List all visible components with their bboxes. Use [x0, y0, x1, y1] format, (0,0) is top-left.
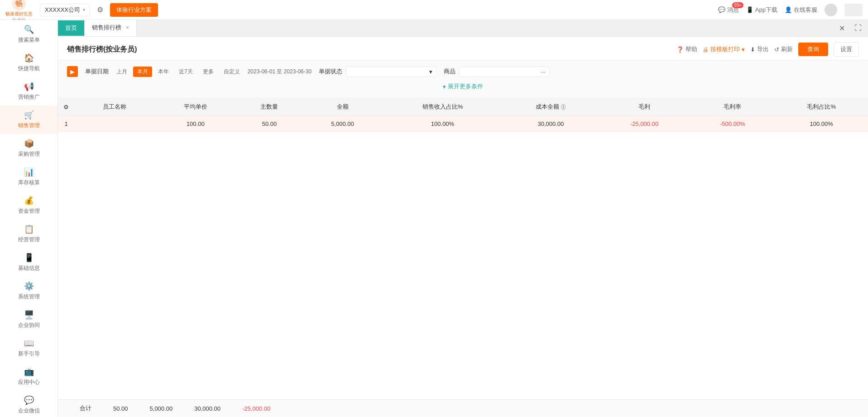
home-icon: 🏠 — [24, 53, 34, 63]
date-btn-this-year[interactable]: 本年 — [154, 67, 173, 77]
settings-button[interactable]: 设置 — [834, 42, 859, 57]
quantity-cell: 50.00 — [236, 116, 303, 132]
sidebar-item-marketing[interactable]: 📢 营销推广 — [0, 77, 58, 105]
sidebar-item-search[interactable]: 🔍 搜索菜单 — [0, 20, 58, 48]
goods-filter-label: 商品 — [444, 67, 456, 76]
appstore-icon: 📺 — [24, 367, 34, 377]
gross-margin-cell: -500.00% — [690, 116, 775, 132]
sidebar-item-wechat[interactable]: 💬 企业微信 — [0, 391, 58, 417]
close-window-icon[interactable]: ✕ — [835, 22, 848, 34]
svg-text:畅: 畅 — [15, 0, 23, 7]
sidebar-item-sales[interactable]: 🛒 销售管理 — [0, 105, 58, 134]
sidebar-item-nav[interactable]: 🏠 快捷导航 — [0, 48, 58, 77]
rank-cell: 1 — [58, 116, 74, 132]
sidebar-item-appstore[interactable]: 📺 应用中心 — [0, 362, 58, 391]
sidebar-label-operation: 经营管理 — [18, 236, 40, 244]
sidebar-item-enterprise[interactable]: 🖥️ 企业协同 — [0, 305, 58, 334]
help-button[interactable]: ❓ 帮助 — [676, 45, 697, 53]
print-label: 按模板打印 — [710, 45, 740, 53]
app-download-button[interactable]: 📱 App下载 — [746, 6, 777, 14]
tab-sales-label: 销售排行榜 — [92, 24, 121, 32]
status-select[interactable]: ▾ — [346, 67, 436, 77]
company-chevron-icon: ▾ — [83, 7, 85, 12]
goods-more-icon: ··· — [541, 68, 546, 75]
help-icon: ❓ — [676, 46, 684, 53]
wechat-icon: 💬 — [24, 395, 34, 405]
filter-expand-icon[interactable]: ▶ — [67, 66, 78, 77]
sidebar-label-system: 系统管理 — [18, 293, 40, 301]
refresh-label: 刷新 — [781, 45, 793, 53]
sidebar-item-operation[interactable]: 📋 经营管理 — [0, 220, 58, 248]
date-filter-label: 单据日期 — [85, 67, 109, 76]
sidebar-item-system[interactable]: ⚙️ 系统管理 — [0, 277, 58, 305]
system-icon: ⚙️ — [24, 281, 34, 291]
goods-input[interactable]: ··· — [459, 67, 550, 77]
tab-bar: 首页 销售排行榜 × ✕ ⛶ — [58, 20, 868, 37]
date-btn-custom[interactable]: 自定义 — [220, 67, 244, 77]
company-selector[interactable]: XXXXXX公司 ▾ — [40, 4, 90, 16]
date-range-buttons: 上月 本月 本年 近7天 更多 自定义 — [112, 67, 244, 77]
expand-conditions-button[interactable]: ▾ 展开更多条件 — [443, 81, 483, 92]
tab-close-icon[interactable]: × — [126, 24, 129, 31]
sidebar-item-purchase[interactable]: 📦 采购管理 — [0, 134, 58, 163]
expand-icon: ▾ — [443, 83, 446, 90]
table-row: 1 100.00 50.00 5,000.00 100.00% 30,000.0… — [58, 116, 868, 132]
sidebar-item-basic[interactable]: 📱 基础信息 — [0, 248, 58, 277]
sidebar-label-basic: 基础信息 — [18, 264, 40, 272]
operation-icon: 📋 — [24, 224, 34, 234]
print-chevron-icon: ▾ — [742, 46, 745, 53]
print-button[interactable]: 🖨 按模板打印 ▾ — [703, 45, 745, 53]
col-sales-ratio: 销售收入占比% — [382, 98, 503, 116]
date-btn-last-month[interactable]: 上月 — [112, 67, 131, 77]
gear-icon[interactable]: ⚙ — [94, 4, 106, 16]
refresh-button[interactable]: ↺ 刷新 — [774, 45, 793, 53]
inventory-icon: 📊 — [24, 167, 34, 177]
table-area: ⚙ 员工名称 平均单价 主数量 全额 销售收入占比% 成本全额 i 毛利 毛利率… — [58, 98, 868, 399]
cost-cell: 30,000.00 — [503, 116, 599, 132]
app-download-label: App下载 — [755, 6, 777, 14]
sales-ratio-cell: 100.00% — [382, 116, 503, 132]
sidebar-label-guide: 新手引导 — [18, 350, 40, 358]
sales-icon: 🛒 — [24, 110, 34, 120]
date-range-display: 2023-06-01 至 2023-06-30 — [248, 68, 312, 76]
notification-badge: 99+ — [732, 2, 743, 8]
finance-icon: 💰 — [24, 196, 34, 206]
date-btn-this-month[interactable]: 本月 — [133, 67, 152, 77]
sidebar-label-finance: 资金管理 — [18, 207, 40, 215]
maximize-window-icon[interactable]: ⛶ — [852, 22, 864, 34]
search-icon: 🔍 — [24, 24, 34, 34]
tab-sales-ranking[interactable]: 销售排行榜 × — [85, 20, 137, 36]
trial-button[interactable]: 体验行业方案 — [110, 3, 158, 17]
date-btn-7days[interactable]: 近7天 — [175, 67, 197, 77]
refresh-icon: ↺ — [774, 46, 779, 53]
gross-profit-cell: -25,000.00 — [599, 116, 690, 132]
col-employee-name: 员工名称 — [74, 98, 155, 116]
user-name-area[interactable] — [844, 4, 863, 16]
tab-home[interactable]: 首页 — [58, 20, 85, 36]
sidebar-label-marketing: 营销推广 — [18, 93, 40, 101]
filter-area: ▶ 单据日期 上月 本月 本年 近7天 更多 自定义 — [58, 61, 868, 98]
avg-price-cell: 100.00 — [155, 116, 235, 132]
sidebar-item-guide[interactable]: 📖 新手引导 — [0, 334, 58, 362]
tab-home-label: 首页 — [65, 24, 77, 32]
table-footer: 合计 50.00 5,000.00 30,000.00 -25,000.00 — [58, 399, 868, 417]
query-button[interactable]: 查询 — [798, 43, 828, 56]
service-icon: 👤 — [785, 6, 792, 13]
notification-button[interactable]: 💬 消息 99+ — [718, 6, 739, 14]
employee-name-cell — [74, 116, 155, 132]
sidebar: 🔍 搜索菜单 🏠 快捷导航 📢 营销推广 🛒 销售管理 📦 采购管理 📊 — [0, 20, 58, 417]
status-filter-label: 单据状态 — [319, 67, 342, 76]
user-avatar[interactable] — [825, 4, 837, 16]
date-btn-more[interactable]: 更多 — [199, 67, 218, 77]
export-button[interactable]: ⬇ 导出 — [750, 45, 769, 53]
sidebar-item-finance[interactable]: 💰 资金管理 — [0, 191, 58, 220]
sidebar-item-inventory[interactable]: 📊 库存核算 — [0, 163, 58, 191]
col-settings[interactable]: ⚙ — [58, 98, 74, 116]
expand-label: 展开更多条件 — [448, 82, 483, 91]
col-cost: 成本全额 i — [503, 98, 599, 116]
sidebar-label-search: 搜索菜单 — [18, 36, 40, 44]
marketing-icon: 📢 — [24, 81, 34, 91]
sidebar-label-purchase: 采购管理 — [18, 150, 40, 158]
online-service-button[interactable]: 👤 在线客服 — [785, 6, 817, 14]
footer-amount: 5,000.00 — [150, 405, 173, 412]
